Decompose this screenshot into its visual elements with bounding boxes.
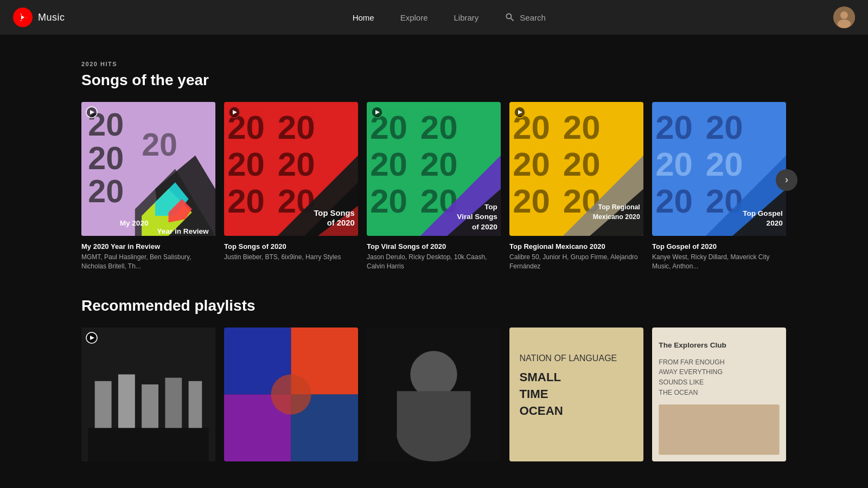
play-icon (371, 106, 383, 118)
playlists-carousel: NATION OF LANGUAGE SMALL TIME OCEAN The … (81, 328, 787, 468)
card-title: Top Gospel of 2020 (652, 242, 786, 251)
svg-rect-76 (142, 384, 158, 435)
svg-text:20: 20 (513, 182, 550, 220)
svg-text:Top Songs: Top Songs (314, 209, 354, 217)
svg-text:20: 20 (655, 182, 693, 220)
svg-text:Top Regional: Top Regional (598, 203, 640, 211)
svg-text:NATION OF LANGUAGE: NATION OF LANGUAGE (520, 352, 617, 362)
album-art-my-2020: 20 20 20 20 My 2020 Year in Review (81, 102, 215, 236)
svg-text:20: 20 (563, 108, 601, 146)
carousel-next-button[interactable]: › (776, 169, 797, 191)
svg-text:20: 20 (88, 173, 124, 209)
card-my-2020-review[interactable]: 20 20 20 20 My 2020 Year in Review (81, 102, 215, 271)
svg-text:OCEAN: OCEAN (520, 403, 563, 417)
album-art-top-songs: 20 20 20 20 20 20 Top Songs of 2020 (224, 102, 358, 236)
songs-carousel-wrapper: 20 20 20 20 My 2020 Year in Review (81, 102, 787, 271)
recommended-playlists-section: Recommended playlists (81, 297, 787, 468)
svg-text:THE OCEAN: THE OCEAN (659, 388, 698, 396)
card-subtitle: Justin Bieber, BTS, 6ix9ine, Harry Style… (224, 253, 358, 262)
card-subtitle: Jason Derulo, Ricky Desktop, 10k.Caash, … (367, 253, 501, 271)
svg-text:20: 20 (88, 140, 124, 176)
card-top-gospel[interactable]: 20 20 20 20 20 20 Top Gospel 2020 Top (652, 102, 786, 271)
svg-text:SMALL: SMALL (520, 370, 561, 383)
card-subtitle: Calibre 50, Junior H, Grupo Firme, Aleja… (509, 253, 643, 271)
play-icon (86, 332, 98, 344)
svg-text:20: 20 (563, 145, 601, 183)
playlist-card-4[interactable]: NATION OF LANGUAGE SMALL TIME OCEAN (509, 328, 643, 468)
svg-rect-77 (165, 377, 182, 434)
card-title: Top Regional Mexicano 2020 (509, 242, 643, 251)
svg-text:20: 20 (706, 108, 743, 146)
svg-text:Top Gospel: Top Gospel (743, 209, 783, 217)
card-image-wrapper (224, 328, 358, 461)
playlist-card-3[interactable] (367, 328, 501, 468)
app-title: Music (38, 12, 65, 23)
album-art-gospel: 20 20 20 20 20 20 Top Gospel 2020 (652, 102, 786, 236)
card-image-wrapper: 20 20 20 20 20 20 Top Gospel 2020 (652, 102, 786, 236)
playlist-art-2 (224, 328, 358, 461)
card-image-wrapper (81, 328, 215, 461)
svg-text:TIME: TIME (520, 387, 548, 400)
svg-rect-75 (118, 374, 135, 434)
card-regional-mexicano[interactable]: 20 20 20 20 20 20 Top Regional Mexicano … (509, 102, 643, 271)
app-header: Music Home Explore Library Search (0, 0, 868, 35)
playlist-card-1[interactable] (81, 328, 215, 468)
svg-text:20: 20 (420, 108, 458, 146)
search-area[interactable]: Search (505, 12, 546, 23)
svg-text:20: 20 (513, 145, 550, 183)
card-image-wrapper: 20 20 20 20 20 20 Top Songs of 2020 (224, 102, 358, 236)
svg-text:AWAY EVERYTHING: AWAY EVERYTHING (659, 368, 723, 376)
section-title-2: Recommended playlists (81, 297, 787, 314)
section-title: Songs of the year (81, 72, 787, 89)
playlist-art-3 (367, 328, 501, 461)
playlist-card-2[interactable] (224, 328, 358, 468)
youtube-music-logo-icon (13, 8, 33, 27)
playlist-art-5: The Explorers Club FROM FAR ENOUGH AWAY … (652, 328, 786, 461)
svg-point-6 (838, 20, 851, 28)
card-top-songs-2020[interactable]: 20 20 20 20 20 20 Top Songs of 2020 (224, 102, 358, 271)
card-top-viral-2020[interactable]: 20 20 20 20 20 20 Top Viral Songs of 202… (367, 102, 501, 271)
svg-point-87 (271, 374, 311, 414)
songs-carousel: 20 20 20 20 My 2020 Year in Review (81, 102, 787, 271)
card-subtitle: Kanye West, Ricky Dillard, Maverick City… (652, 253, 786, 271)
songs-of-year-section: 2020 HITS Songs of the year 20 20 20 20 (81, 61, 787, 271)
logo-area: Music (13, 8, 65, 27)
svg-text:20: 20 (278, 145, 315, 183)
nav-home[interactable]: Home (353, 13, 374, 22)
svg-text:20: 20 (278, 108, 315, 146)
svg-text:20: 20 (370, 182, 407, 220)
playlist-card-5[interactable]: The Explorers Club FROM FAR ENOUGH AWAY … (652, 328, 786, 468)
svg-text:Year in Review: Year in Review (157, 227, 209, 235)
svg-point-89 (410, 351, 457, 397)
user-avatar[interactable] (833, 7, 855, 28)
svg-text:20: 20 (706, 145, 743, 183)
play-icon (514, 106, 526, 118)
svg-text:20: 20 (227, 145, 265, 183)
playlist-art-1 (81, 328, 215, 461)
nav-explore[interactable]: Explore (400, 13, 428, 22)
svg-text:20: 20 (420, 145, 458, 183)
svg-point-5 (840, 11, 848, 19)
svg-rect-78 (189, 381, 202, 434)
svg-text:FROM FAR ENOUGH: FROM FAR ENOUGH (659, 358, 724, 366)
search-label: Search (520, 13, 546, 22)
card-title: Top Songs of 2020 (224, 242, 358, 251)
card-image-wrapper: 20 20 20 20 My 2020 Year in Review (81, 102, 215, 236)
play-icon (228, 106, 240, 118)
svg-text:The Explorers Club: The Explorers Club (659, 341, 726, 349)
svg-text:20: 20 (370, 145, 407, 183)
section-eyebrow: 2020 HITS (81, 61, 787, 67)
svg-rect-103 (659, 404, 779, 455)
svg-text:20: 20 (227, 182, 265, 220)
album-art-regional: 20 20 20 20 20 20 Top Regional Mexicano … (509, 102, 643, 236)
playlist-art-4: NATION OF LANGUAGE SMALL TIME OCEAN (509, 328, 643, 461)
card-image-wrapper: NATION OF LANGUAGE SMALL TIME OCEAN (509, 328, 643, 461)
main-nav: Home Explore Library Search (353, 12, 546, 23)
svg-text:of 2020: of 2020 (472, 223, 497, 231)
svg-text:Viral Songs: Viral Songs (457, 213, 497, 221)
user-area (833, 7, 855, 28)
card-title: My 2020 Year in Review (81, 242, 215, 251)
playlists-carousel-wrapper: NATION OF LANGUAGE SMALL TIME OCEAN The … (81, 328, 787, 468)
card-title: Top Viral Songs of 2020 (367, 242, 501, 251)
nav-library[interactable]: Library (454, 13, 479, 22)
